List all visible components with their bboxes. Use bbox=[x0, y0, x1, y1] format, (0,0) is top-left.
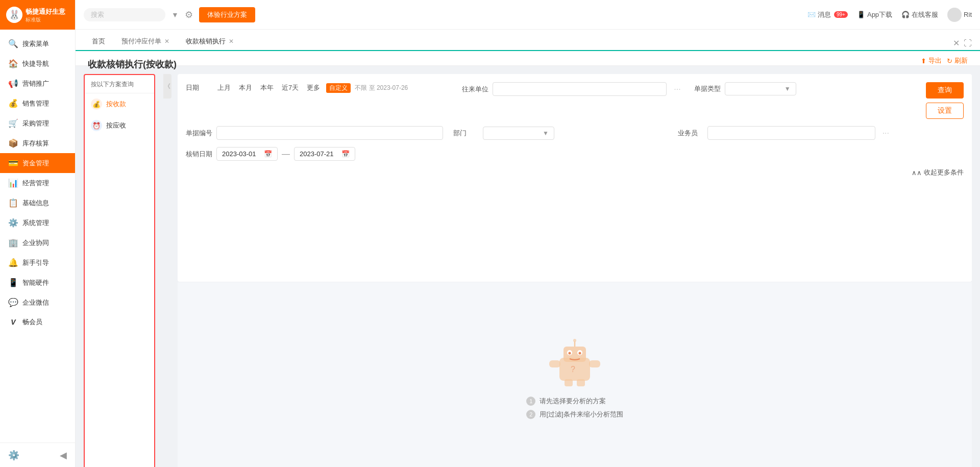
more-date-btn[interactable]: 更多 bbox=[305, 82, 322, 93]
messages-button[interactable]: ✉️ 消息 99+ bbox=[807, 10, 848, 19]
tabbar-controls: ✕ ⛶ bbox=[953, 38, 972, 50]
search-box[interactable]: 搜索 bbox=[84, 8, 165, 21]
refresh-icon: ↻ bbox=[947, 57, 952, 65]
tab-home[interactable]: 首页 bbox=[84, 33, 113, 51]
svg-rect-7 bbox=[589, 360, 600, 367]
panel-collapse-button[interactable]: 《 bbox=[163, 74, 172, 99]
search-and-result: 日期 上月 本月 本年 近7天 更多 自定义 不限 至 2023-07-26 bbox=[178, 74, 972, 467]
tab-prepay[interactable]: 预付冲应付单 ✕ bbox=[113, 33, 178, 51]
refresh-button[interactable]: ↻ 刷新 bbox=[947, 56, 968, 65]
last-7-days-btn[interactable]: 近7天 bbox=[280, 82, 301, 93]
filter-option-by-receivable[interactable]: ⏰ 按应收 bbox=[85, 115, 154, 136]
dropdown-chevron-icon[interactable]: ▼ bbox=[172, 11, 179, 19]
expand-tab-icon[interactable]: ⛶ bbox=[964, 39, 972, 48]
doc-type-select[interactable]: ▼ bbox=[725, 82, 796, 95]
chevron-up-icon: ∧∧ bbox=[912, 169, 922, 177]
headset-icon: 🎧 bbox=[901, 11, 910, 18]
svg-rect-9 bbox=[577, 379, 585, 386]
settings-button[interactable]: 设置 bbox=[926, 103, 964, 119]
date-range-dash: — bbox=[282, 150, 290, 159]
page-header: 收款核销执行(按收款) ⬆ 导出 ↻ 刷新 bbox=[76, 51, 980, 66]
doc-no-input[interactable] bbox=[216, 126, 443, 140]
tab-receipt-offset[interactable]: 收款核销执行 ✕ bbox=[178, 33, 242, 51]
sidebar-logo: 🐰 畅捷通好生意 标准版 bbox=[0, 0, 75, 30]
filter-panel: 按以下方案查询 💰 按收款 ⏰ 按应收 bbox=[84, 74, 155, 467]
app-download-button[interactable]: 📱 App下载 bbox=[857, 10, 892, 19]
dept-field-group: 部门 ▼ bbox=[453, 127, 668, 140]
dept-select-arrow-icon: ▼ bbox=[543, 130, 549, 137]
message-icon: ✉️ bbox=[807, 11, 816, 18]
receivable-filter-icon: ⏰ bbox=[91, 120, 102, 131]
sidebar-item-marketing[interactable]: 📢 营销推广 bbox=[0, 73, 75, 93]
sidebar-item-sales[interactable]: 💰 销售管理 bbox=[0, 93, 75, 113]
partner-dots-icon[interactable]: ··· bbox=[671, 85, 683, 94]
sidebar-item-smart[interactable]: 📱 智能硬件 bbox=[0, 273, 75, 292]
sidebar-item-search-menu[interactable]: 🔍 搜索菜单 bbox=[0, 34, 75, 54]
partner-field-group: 往来单位 ··· bbox=[462, 82, 683, 96]
last-month-btn[interactable]: 上月 bbox=[215, 82, 233, 93]
sidebar-item-inventory[interactable]: 📦 库存核算 bbox=[0, 133, 75, 153]
tab-close-receipt-icon[interactable]: ✕ bbox=[229, 38, 234, 45]
export-icon: ⬆ bbox=[921, 57, 926, 65]
offset-date-label: 核销日期 bbox=[186, 150, 212, 159]
empty-state-area: ? 1 请先选择要分析的方案 2 用[过滤]条件来缩小分析范围 bbox=[178, 282, 972, 467]
date-label: 日期 bbox=[186, 83, 211, 92]
custom-date-tag[interactable]: 自定义 bbox=[326, 83, 351, 93]
tabbar: 首页 预付冲应付单 ✕ 收款核销执行 ✕ ✕ ⛶ bbox=[76, 30, 980, 51]
collapse-sidebar-icon[interactable]: ◀ bbox=[60, 450, 67, 461]
partner-label: 往来单位 bbox=[462, 85, 488, 94]
online-service-button[interactable]: 🎧 在线客服 bbox=[901, 10, 938, 19]
export-button[interactable]: ⬆ 导出 bbox=[921, 56, 942, 65]
sidebar-item-quick-nav[interactable]: 🏠 快捷导航 bbox=[0, 54, 75, 73]
select-arrow-icon: ▼ bbox=[785, 85, 791, 92]
svg-rect-6 bbox=[549, 360, 560, 367]
svg-point-4 bbox=[568, 352, 571, 354]
staff-field-group: 业务员 ··· bbox=[678, 126, 892, 140]
doc-type-label: 单据类型 bbox=[694, 84, 721, 93]
date-field-group: 日期 上月 本月 本年 近7天 更多 自定义 不限 至 2023-07-26 bbox=[186, 82, 452, 93]
collapse-more-button[interactable]: ∧∧ 收起更多条件 bbox=[186, 165, 964, 180]
sidebar-item-operation[interactable]: 📊 经营管理 bbox=[0, 173, 75, 193]
this-year-btn[interactable]: 本年 bbox=[258, 82, 276, 93]
wechat-icon: 💬 bbox=[8, 298, 18, 307]
content-body: 按以下方案查询 💰 按收款 ⏰ 按应收 《 bbox=[76, 66, 980, 467]
doc-type-field-group: 单据类型 ▼ bbox=[694, 82, 916, 95]
sidebar-item-finance[interactable]: 💳 资金管理 bbox=[0, 153, 75, 173]
offset-date-start-field[interactable]: 2023-03-01 📅 bbox=[216, 147, 278, 161]
partner-input[interactable] bbox=[493, 82, 667, 96]
svg-text:?: ? bbox=[571, 365, 575, 374]
sidebar-item-enterprise[interactable]: 🏢 企业协同 bbox=[0, 233, 75, 253]
home-icon: 🏠 bbox=[8, 59, 18, 68]
sidebar-item-guide[interactable]: 🔔 新手引导 bbox=[0, 253, 75, 273]
calendar-start-icon[interactable]: 📅 bbox=[264, 150, 272, 158]
sidebar-item-basic[interactable]: 📋 基础信息 bbox=[0, 193, 75, 213]
sidebar-item-system[interactable]: ⚙️ 系统管理 bbox=[0, 213, 75, 233]
guide-icon: 🔔 bbox=[8, 258, 18, 267]
offset-date-end-field[interactable]: 2023-07-21 📅 bbox=[294, 147, 355, 161]
sidebar-item-purchase[interactable]: 🛒 采购管理 bbox=[0, 113, 75, 133]
empty-state: ? 1 请先选择要分析的方案 2 用[过滤]条件来缩小分析范围 bbox=[526, 297, 623, 460]
sidebar-item-wechat[interactable]: 💬 企业微信 bbox=[0, 292, 75, 312]
user-profile[interactable]: Rit bbox=[947, 8, 972, 22]
staff-dots-icon[interactable]: ··· bbox=[879, 129, 892, 138]
this-month-btn[interactable]: 本月 bbox=[237, 82, 254, 93]
svg-point-11 bbox=[573, 339, 576, 342]
calendar-end-icon[interactable]: 📅 bbox=[341, 150, 350, 158]
system-icon: ⚙️ bbox=[8, 218, 18, 228]
purchase-icon: 🛒 bbox=[8, 118, 18, 128]
topbar: 搜索 ▼ ⚙ 体验行业方案 ✉️ 消息 99+ 📱 App下载 🎧 在线客服 R… bbox=[76, 0, 980, 30]
industry-solution-button[interactable]: 体验行业方案 bbox=[199, 7, 255, 22]
search-form: 日期 上月 本月 本年 近7天 更多 自定义 不限 至 2023-07-26 bbox=[178, 74, 972, 282]
tab-close-prepay-icon[interactable]: ✕ bbox=[164, 38, 169, 45]
filter-option-by-receipt[interactable]: 💰 按收款 bbox=[85, 93, 154, 115]
close-tab-icon[interactable]: ✕ bbox=[953, 38, 960, 48]
dept-select[interactable]: ▼ bbox=[483, 127, 554, 140]
settings-icon[interactable]: ⚙️ bbox=[8, 450, 19, 461]
staff-input[interactable] bbox=[707, 126, 875, 140]
sales-icon: 💰 bbox=[8, 99, 18, 108]
query-button[interactable]: 查询 bbox=[926, 82, 964, 99]
svg-point-5 bbox=[578, 352, 581, 354]
phone-icon: 📱 bbox=[857, 11, 865, 18]
sidebar-item-member[interactable]: V 畅会员 bbox=[0, 312, 75, 332]
settings-gear-icon[interactable]: ⚙ bbox=[185, 9, 193, 20]
